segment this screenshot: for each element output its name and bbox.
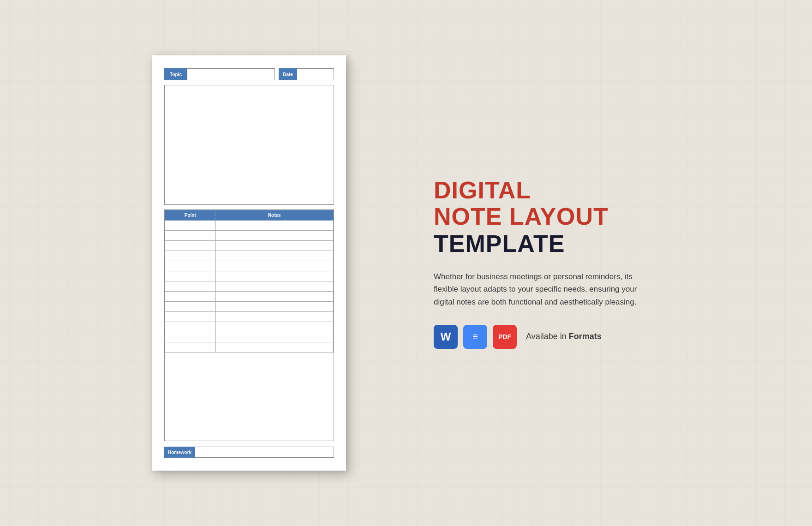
date-value[interactable]: [297, 68, 334, 80]
table-cell-point[interactable]: [165, 231, 216, 241]
header-row: Topic Date: [164, 68, 334, 80]
table-cell-notes[interactable]: [215, 292, 334, 302]
table-cell-notes[interactable]: [215, 231, 334, 241]
table-cell-point[interactable]: [165, 261, 216, 271]
homework-value[interactable]: [195, 447, 334, 458]
table-cell-notes[interactable]: [215, 322, 334, 332]
info-side: DIGITAL NOTE LAYOUT TEMPLATE Whether for…: [406, 177, 720, 349]
pdf-icon[interactable]: PDF: [493, 325, 517, 349]
table-cell-notes[interactable]: [215, 342, 334, 353]
table-row[interactable]: [165, 292, 334, 302]
table-row[interactable]: [165, 221, 334, 231]
table-row[interactable]: [165, 261, 334, 271]
table-row[interactable]: [165, 312, 334, 322]
table-cell-point[interactable]: [165, 322, 216, 332]
table-cell-point[interactable]: [165, 292, 216, 302]
table-row[interactable]: [165, 231, 334, 241]
formats-text: Availabe in Formats: [526, 332, 602, 341]
table-cell-point[interactable]: [165, 281, 216, 292]
table-row[interactable]: [165, 302, 334, 312]
description-text: Whether for business meetings or persona…: [434, 270, 655, 308]
table-row[interactable]: [165, 342, 334, 353]
paper-side: Topic Date Point Notes: [92, 0, 406, 526]
paper-document: Topic Date Point Notes: [152, 55, 346, 471]
table-section: Point Notes: [164, 209, 334, 441]
topic-value[interactable]: [187, 68, 275, 80]
table-row[interactable]: [165, 322, 334, 332]
table-cell-point[interactable]: [165, 302, 216, 312]
table-cell-point[interactable]: [165, 251, 216, 261]
table-cell-notes[interactable]: [215, 332, 334, 342]
table-cell-point[interactable]: [165, 342, 216, 353]
table-cell-point[interactable]: [165, 332, 216, 342]
table-row[interactable]: [165, 241, 334, 251]
table-cell-notes[interactable]: [215, 241, 334, 251]
table-cell-point[interactable]: [165, 221, 216, 231]
title-line1: DIGITAL: [434, 177, 683, 203]
homework-label: Homework: [164, 447, 195, 458]
table-cell-point[interactable]: [165, 312, 216, 322]
table-row[interactable]: [165, 281, 334, 292]
table-cell-notes[interactable]: [215, 302, 334, 312]
docs-icon[interactable]: ≡: [463, 325, 487, 349]
table-cell-notes[interactable]: [215, 281, 334, 292]
table-cell-notes[interactable]: [215, 312, 334, 322]
table-row[interactable]: [165, 332, 334, 342]
date-label: Date: [279, 68, 297, 80]
col-notes-header: Notes: [215, 210, 334, 221]
formats-row: W ≡ PDF Availabe in Formats: [434, 325, 683, 349]
col-point-header: Point: [165, 210, 216, 221]
table-cell-notes[interactable]: [215, 251, 334, 261]
table-cell-notes[interactable]: [215, 221, 334, 231]
table-cell-notes[interactable]: [215, 271, 334, 281]
table-cell-point[interactable]: [165, 271, 216, 281]
homework-row: Homework: [164, 447, 334, 458]
title-line3: TEMPLATE: [434, 230, 683, 258]
title-block: DIGITAL NOTE LAYOUT TEMPLATE: [434, 177, 683, 270]
topic-label: Topic: [164, 68, 187, 80]
main-container: Topic Date Point Notes: [0, 0, 812, 526]
table-cell-point[interactable]: [165, 241, 216, 251]
word-icon[interactable]: W: [434, 325, 458, 349]
table-row[interactable]: [165, 271, 334, 281]
table-cell-notes[interactable]: [215, 261, 334, 271]
notes-area[interactable]: [164, 85, 334, 205]
table-row[interactable]: [165, 251, 334, 261]
title-line2: NOTE LAYOUT: [434, 203, 683, 230]
